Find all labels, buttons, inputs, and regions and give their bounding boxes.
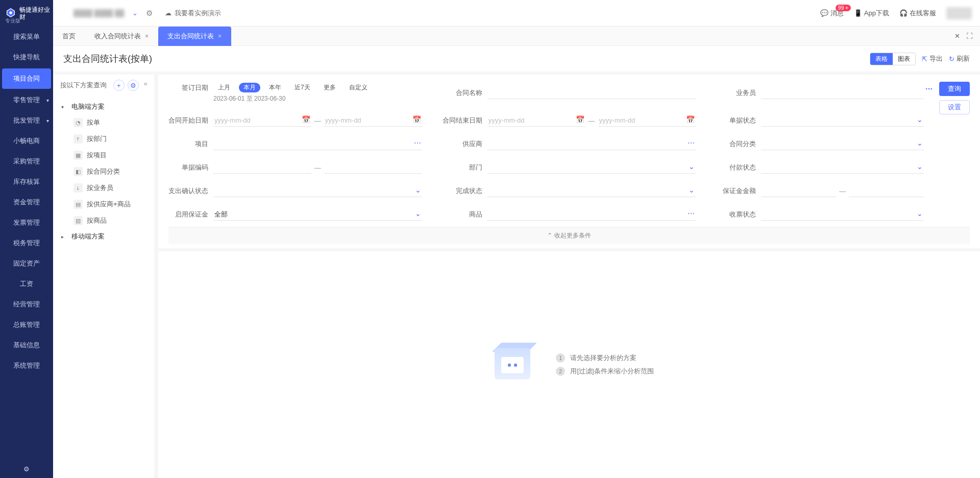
company-name-blurred: ████ ████ ██ bbox=[69, 9, 128, 17]
customer-service-button[interactable]: 🎧 在线客服 bbox=[899, 9, 936, 18]
customer-service-label: 在线客服 bbox=[910, 9, 936, 18]
phone-icon: 📱 bbox=[854, 9, 862, 17]
logo-subtitle: 专业版 bbox=[5, 17, 20, 25]
demo-link[interactable]: ☁ 我要看实例演示 bbox=[165, 9, 221, 18]
demo-text: 我要看实例演示 bbox=[175, 9, 221, 18]
cloud-icon: ☁ bbox=[165, 9, 172, 17]
chevron-down-icon: ⌄ bbox=[132, 9, 138, 17]
headset-icon: 🎧 bbox=[899, 9, 908, 17]
gear-icon[interactable]: ⚙ bbox=[146, 9, 153, 18]
logo: 畅捷通好业财 专业版 bbox=[0, 0, 53, 27]
messages-button[interactable]: 💬 消息 99 + bbox=[820, 9, 844, 18]
message-badge: 99 + bbox=[836, 5, 851, 11]
app-download-button[interactable]: 📱 App下载 bbox=[854, 9, 889, 18]
svg-point-0 bbox=[9, 11, 12, 14]
message-icon: 💬 bbox=[820, 9, 828, 17]
logo-text: 畅捷通好业财 bbox=[19, 6, 53, 20]
top-header: 畅捷通好业财 专业版 ████ ████ ██ ⌄ ⚙ ☁ 我要看实例演示 💬 … bbox=[0, 0, 980, 27]
company-selector[interactable]: ████ ████ ██ ⌄ bbox=[69, 9, 138, 17]
user-avatar[interactable] bbox=[946, 7, 972, 19]
app-download-label: App下载 bbox=[864, 9, 889, 18]
